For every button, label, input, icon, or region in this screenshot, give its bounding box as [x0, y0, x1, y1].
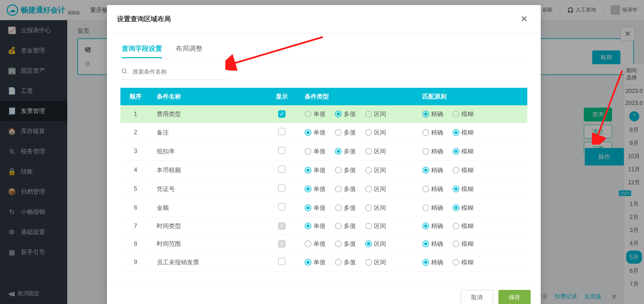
col-name: 条件名称	[151, 88, 265, 105]
radio-单值[interactable]: 单值	[305, 110, 326, 118]
match-radio-group: 精确模糊	[422, 222, 521, 230]
show-checkbox[interactable]: ✓	[278, 110, 286, 118]
show-checkbox[interactable]	[278, 258, 286, 265]
radio-区间[interactable]: 区间	[365, 147, 386, 155]
show-checkbox[interactable]	[278, 184, 286, 192]
radio-模糊[interactable]: 模糊	[453, 128, 473, 137]
radio-区间[interactable]: 区间	[365, 110, 386, 118]
match-radio-group: 精确模糊	[422, 147, 521, 155]
type-radio-group: 单值多值区间	[305, 166, 410, 174]
svg-line-5	[597, 71, 622, 138]
cell-order: 9	[120, 254, 151, 270]
cell-order: 3	[120, 143, 151, 159]
radio-模糊[interactable]: 模糊	[453, 222, 473, 230]
modal-title: 设置查询区域布局	[117, 14, 171, 24]
radio-区间[interactable]: 区间	[365, 185, 386, 193]
table-row: 8时间范围✓单值多值区间精确模糊	[120, 235, 527, 253]
show-checkbox[interactable]	[278, 147, 286, 154]
table-row: 2备注单值多值区间精确模糊	[120, 123, 527, 142]
show-checkbox[interactable]	[278, 165, 286, 173]
radio-模糊[interactable]: 模糊	[453, 185, 473, 193]
radio-模糊[interactable]: 模糊	[453, 166, 473, 174]
table-row: 9员工未报销发票单值多值区间精确模糊	[120, 253, 527, 272]
search-input[interactable]	[130, 67, 227, 77]
show-checkbox[interactable]	[278, 128, 286, 135]
cell-name: 凭证号	[151, 180, 265, 198]
radio-模糊[interactable]: 模糊	[453, 240, 473, 248]
radio-精确[interactable]: 精确	[422, 110, 443, 118]
radio-精确[interactable]: 精确	[422, 258, 443, 266]
match-radio-group: 精确模糊	[422, 204, 521, 212]
table-row: 3抵扣率单值多值区间精确模糊	[120, 142, 527, 161]
radio-精确[interactable]: 精确	[422, 240, 443, 248]
radio-单值[interactable]: 单值	[305, 166, 326, 174]
radio-区间[interactable]: 区间	[365, 128, 386, 137]
show-checkbox[interactable]: ✓	[278, 222, 286, 230]
radio-区间[interactable]: 区间	[365, 222, 386, 230]
table-row: 1费用类型✓单值多值区间精确模糊	[120, 105, 527, 123]
radio-多值[interactable]: 多值	[335, 166, 356, 174]
radio-多值[interactable]: 多值	[335, 128, 356, 137]
radio-精确[interactable]: 精确	[422, 166, 443, 174]
annotation-arrow-1	[225, 34, 326, 71]
table-row: 7时间类型✓单值多值区间精确模糊	[120, 217, 527, 235]
modal-tab-0[interactable]: 查询字段设置	[122, 40, 162, 58]
radio-单值[interactable]: 单值	[305, 185, 326, 193]
cell-name: 本币税额	[151, 161, 265, 179]
match-radio-group: 精确模糊	[422, 258, 521, 266]
radio-多值[interactable]: 多值	[335, 222, 356, 230]
col-match: 匹配原则	[416, 88, 527, 105]
match-radio-group: 精确模糊	[422, 128, 521, 137]
type-radio-group: 单值多值区间	[305, 110, 410, 118]
radio-精确[interactable]: 精确	[422, 222, 443, 230]
radio-区间[interactable]: 区间	[365, 258, 386, 266]
modal-close-button[interactable]: ✕	[518, 12, 531, 26]
radio-模糊[interactable]: 模糊	[453, 204, 473, 212]
match-radio-group: 精确模糊	[422, 166, 521, 174]
radio-单值[interactable]: 单值	[305, 128, 326, 137]
radio-单值[interactable]: 单值	[305, 240, 326, 248]
search-field[interactable]	[120, 65, 228, 80]
radio-单值[interactable]: 单值	[305, 147, 326, 155]
modal-tab-1[interactable]: 布局调整	[176, 40, 202, 58]
search-icon	[121, 68, 128, 76]
radio-多值[interactable]: 多值	[335, 240, 356, 248]
radio-区间[interactable]: 区间	[365, 240, 386, 248]
radio-多值[interactable]: 多值	[335, 110, 356, 118]
save-button[interactable]: 保存	[498, 290, 531, 304]
radio-多值[interactable]: 多值	[335, 147, 356, 155]
show-checkbox[interactable]	[278, 203, 286, 211]
cell-order: 6	[120, 199, 151, 216]
radio-精确[interactable]: 精确	[422, 147, 443, 155]
radio-多值[interactable]: 多值	[335, 258, 356, 266]
radio-多值[interactable]: 多值	[335, 185, 356, 193]
radio-区间[interactable]: 区间	[365, 204, 386, 212]
radio-精确[interactable]: 精确	[422, 204, 443, 212]
svg-point-0	[122, 69, 126, 73]
radio-模糊[interactable]: 模糊	[453, 147, 473, 155]
table-row: 5凭证号单值多值区间精确模糊	[120, 180, 527, 198]
radio-精确[interactable]: 精确	[422, 185, 443, 193]
radio-单值[interactable]: 单值	[305, 204, 326, 212]
type-radio-group: 单值多值区间	[305, 258, 410, 266]
radio-区间[interactable]: 区间	[365, 166, 386, 174]
col-show: 显示	[265, 88, 299, 105]
type-radio-group: 单值多值区间	[305, 222, 410, 230]
radio-精确[interactable]: 精确	[422, 128, 443, 137]
radio-多值[interactable]: 多值	[335, 204, 356, 212]
cell-name: 金额	[151, 199, 265, 217]
show-checkbox[interactable]: ✓	[278, 240, 286, 248]
radio-单值[interactable]: 单值	[305, 222, 326, 230]
cancel-button[interactable]: 取消	[461, 290, 493, 304]
cell-name: 抵扣率	[151, 143, 265, 160]
cell-order: 8	[120, 236, 151, 252]
table-header: 顺序 条件名称 显示 条件类型 匹配原则	[120, 88, 527, 105]
radio-单值[interactable]: 单值	[305, 258, 326, 266]
radio-模糊[interactable]: 模糊	[453, 110, 473, 118]
cell-order: 5	[120, 181, 151, 197]
cell-order: 1	[120, 106, 151, 122]
annotation-arrow-2	[592, 67, 626, 145]
radio-模糊[interactable]: 模糊	[453, 258, 473, 266]
match-radio-group: 精确模糊	[422, 240, 521, 248]
table-row: 4本币税额单值多值区间精确模糊	[120, 161, 527, 180]
